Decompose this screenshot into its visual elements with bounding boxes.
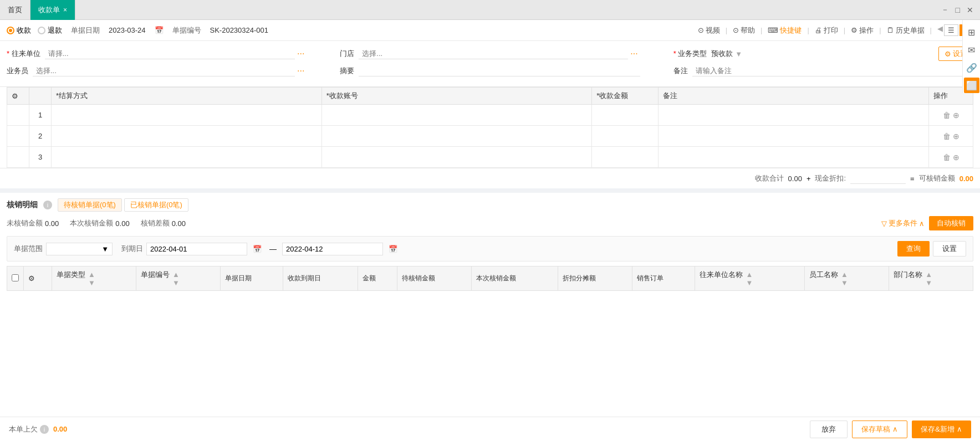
store-input[interactable] [359, 48, 628, 59]
date-calendar-icon[interactable]: 📅 [155, 26, 164, 34]
summary-input[interactable] [359, 65, 640, 76]
amount-input-2[interactable] [592, 126, 658, 146]
salesperson-input[interactable] [33, 65, 295, 76]
bottom-left: 本单上欠 i 0.00 [9, 424, 67, 434]
store-more-btn[interactable]: ··· [628, 49, 640, 59]
date-value: 2023-03-24 [109, 26, 146, 34]
settings-col-header[interactable]: ⚙ [7, 88, 29, 105]
account-input-2[interactable] [322, 126, 592, 146]
settlement-input-1[interactable] [52, 105, 321, 125]
abandon-btn[interactable]: 放弃 [810, 421, 848, 438]
video-btn[interactable]: ⊙ 视频 [698, 25, 720, 35]
operation-btn[interactable]: ⚙ 操作 [851, 25, 874, 35]
note-input-row3[interactable] [659, 147, 928, 167]
calendar-icon-from[interactable]: 📅 [253, 245, 262, 253]
calendar-icon-to[interactable]: 📅 [389, 245, 397, 253]
row-num-3: 3 [29, 147, 52, 168]
note-input-row1[interactable] [659, 105, 928, 125]
check-all[interactable] [12, 274, 19, 281]
sidebar-scan-icon[interactable]: ⬜ [964, 78, 979, 93]
action-btns-2: 🗑 ⊕ [929, 132, 973, 141]
account-input-3[interactable] [322, 147, 592, 167]
tab-receipt[interactable]: 收款单 × [30, 0, 75, 20]
delete-icon-2[interactable]: 🗑 [943, 132, 951, 141]
amount-input-1[interactable] [592, 105, 658, 125]
settlement-input-2[interactable] [52, 126, 321, 146]
list-view-btn[interactable]: ☰ [944, 24, 958, 36]
copy-icon-3[interactable]: ⊕ [953, 153, 959, 162]
counterpart-input[interactable] [45, 48, 295, 59]
to-date-input[interactable] [282, 243, 383, 255]
sidebar-link-icon[interactable]: 🔗 [964, 60, 979, 75]
business-type-dropdown[interactable]: ▼ [735, 50, 742, 58]
order-label: 本单上欠 [9, 424, 38, 434]
radio-collect[interactable]: 收款 [7, 25, 31, 35]
range-select[interactable]: ▼ [46, 243, 113, 255]
business-type-value: 预收款 [711, 49, 733, 59]
delete-icon-3[interactable]: 🗑 [943, 153, 951, 162]
tab-home-label: 首页 [8, 5, 22, 15]
verify-tab-links: 待核销单据(0笔) 已核销单据(0笔) [58, 198, 188, 212]
account-header: *收款账号 [321, 88, 592, 105]
done-tab[interactable]: 已核销单据(0笔) [124, 198, 188, 212]
save-draft-btn[interactable]: 保存草稿 ∧ [852, 421, 907, 438]
window-close[interactable]: ✕ [964, 6, 976, 14]
radio-collect-label: 收款 [17, 25, 31, 35]
unchecked-label: 未核销金额 [7, 218, 43, 228]
sidebar-table-icon[interactable]: ⊞ [964, 24, 979, 40]
filter-settings-btn[interactable]: 设置 [933, 241, 966, 257]
th-current: 本次核销金额 [472, 266, 558, 291]
note-label: 备注 [673, 66, 688, 76]
diff-label: 核销差额 [141, 218, 170, 228]
filter-row: 单据范围 ▼ 到期日 📅 — 📅 查询 设置 [7, 236, 973, 261]
note-input-row2[interactable] [659, 126, 928, 146]
save-new-arrow[interactable]: ∧ [957, 425, 962, 433]
window-minimize[interactable]: － [939, 5, 951, 15]
amount-input-3[interactable] [592, 147, 658, 167]
bottom-gear-icon[interactable]: ⚙ [28, 274, 35, 283]
window-maximize[interactable]: □ [953, 6, 962, 14]
table-row: 2 🗑 ⊕ [7, 126, 973, 147]
tab-receipt-close[interactable]: × [63, 6, 67, 14]
pending-tab[interactable]: 待核销单据(0笔) [58, 198, 122, 212]
copy-icon-2[interactable]: ⊕ [953, 132, 959, 141]
delete-icon-1[interactable]: 🗑 [943, 111, 951, 120]
help-btn[interactable]: ⊙ 帮助 [733, 25, 755, 35]
counterpart-more-btn[interactable]: ··· [295, 49, 307, 59]
auto-verify-btn[interactable]: 自动核销 [929, 216, 973, 230]
query-btn[interactable]: 查询 [897, 241, 930, 257]
verifiable-label: 可核销金额 [919, 173, 955, 183]
th-discount: 折扣分摊额 [558, 266, 632, 291]
save-draft-arrow[interactable]: ∧ [892, 425, 898, 433]
store-label: 门店 [340, 49, 354, 59]
from-date-input[interactable] [146, 243, 247, 255]
prev-btn[interactable]: ◀ [937, 24, 943, 36]
copy-icon-1[interactable]: ⊕ [953, 111, 959, 120]
range-dropdown-icon: ▼ [101, 245, 109, 253]
range-field: 单据范围 ▼ [14, 243, 113, 255]
plus-sign: + [807, 175, 811, 183]
shortcut-btn[interactable]: ⌨ 快捷键 [768, 25, 802, 35]
note-input[interactable] [692, 65, 973, 76]
form-area: 往来单位 ··· 门店 ··· 业务类型 预收款 ▼ ⚙ 设置 [0, 41, 980, 87]
sidebar-email-icon[interactable]: ✉ [964, 42, 979, 58]
order-info-icon[interactable]: i [40, 425, 49, 434]
history-btn[interactable]: 🗒 历史单据 [887, 25, 925, 35]
unchecked-stat: 未核销金额 0.00 [7, 218, 59, 228]
chevron-up-icon: ∧ [919, 219, 925, 228]
salesperson-more-btn[interactable]: ··· [295, 66, 307, 76]
print-btn[interactable]: 🖨 打印 [815, 25, 838, 35]
tab-home[interactable]: 首页 [0, 0, 30, 20]
tab-bar-right: － □ ✕ [939, 5, 980, 15]
th-dept: 部门名称 ▲▼ [889, 266, 973, 291]
sep2: | [760, 26, 762, 34]
amount-header: *收款金额 [592, 88, 659, 105]
save-new-btn[interactable]: 保存&新增 ∧ [912, 421, 971, 438]
discount-input[interactable] [850, 173, 906, 184]
more-conditions-btn[interactable]: ▽ 更多条件 ∧ [881, 218, 925, 228]
verify-info-icon[interactable]: i [43, 201, 52, 209]
th-bill-num: 单据编号 ▲▼ [136, 266, 220, 291]
account-input-1[interactable] [322, 105, 592, 125]
settlement-input-3[interactable] [52, 147, 321, 167]
radio-refund[interactable]: 退款 [38, 25, 62, 35]
